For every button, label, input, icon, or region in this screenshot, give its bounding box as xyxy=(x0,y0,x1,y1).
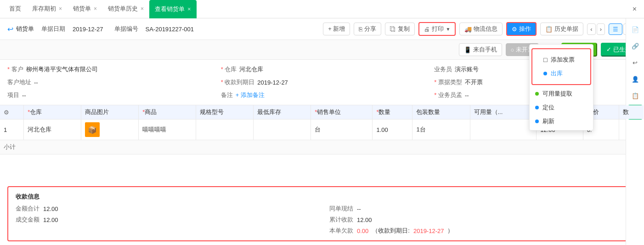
ticket-type-value: 不开票 xyxy=(465,78,483,86)
tab-sales[interactable]: 销货单 × xyxy=(68,0,102,18)
owed-value: 0.00 xyxy=(357,228,368,234)
deal-amount-label: 成交金额 xyxy=(16,216,40,224)
same-order-row: 同单现结 -- xyxy=(329,205,628,213)
doc-header: ↩ 销货单 单据日期 2019-12-27 单据编号 SA-20191227-0… xyxy=(0,18,644,40)
payment-title: 收款信息 xyxy=(16,193,628,201)
deal-amount-value: 12.00 xyxy=(43,217,58,223)
copy-button[interactable]: ⿻ 复制 xyxy=(385,23,415,35)
locate-icon xyxy=(535,106,539,109)
doc-type-label: 销货单 xyxy=(16,25,34,33)
warehouse-value: 河北仓库 xyxy=(239,65,263,74)
doc-title: ↩ 销货单 xyxy=(7,25,34,34)
sidebar-icon-2[interactable]: 🔗 xyxy=(628,39,643,53)
phone-icon: 📱 xyxy=(464,46,471,53)
subtotal-label: 小计 xyxy=(0,140,644,154)
tab-view-sales[interactable]: 查看销货单 × xyxy=(149,0,197,18)
col-spec: 规格型号 xyxy=(196,105,254,120)
due-date-field: 收款到期日 2019-12-27 xyxy=(221,78,424,86)
date-label: 单据日期 xyxy=(41,25,65,33)
ticket-type-label: 票据类型 xyxy=(434,78,462,86)
outbound-dot-icon xyxy=(543,72,547,75)
operation-dropdown: □ 添加发票 出库 可用量提取 定位 刷新 xyxy=(529,44,593,131)
address-value: -- xyxy=(34,79,38,86)
copy-icon: ⿻ xyxy=(390,26,396,33)
doc-actions: + 新增 ⎘ 分享 ⿻ 复制 🖨 打印 ▼ 🚚 物流信息 ⚙ 操作 xyxy=(323,22,637,36)
col-qty: *数量 xyxy=(373,105,412,120)
total-amount-row: 金额合计 12.00 xyxy=(16,205,315,213)
list-view-button[interactable]: ☰ xyxy=(609,23,622,35)
share-button[interactable]: ⎘ 分享 xyxy=(354,23,381,35)
col-settings: ⚙ xyxy=(0,105,24,120)
sidebar-icon-4[interactable]: 👤 xyxy=(628,72,643,86)
share-icon: ⎘ xyxy=(359,26,362,33)
row-qty: 1.00 xyxy=(373,120,412,140)
address-field: 客户地址 -- xyxy=(7,78,210,86)
sidebar-icon-5[interactable]: 📋 xyxy=(628,88,643,103)
project-field: 项目 -- xyxy=(7,91,210,99)
col-pack-qty: 包装数量 xyxy=(412,105,470,120)
available-pickup-icon xyxy=(535,92,539,96)
salesman-label: 业务员孟 xyxy=(434,91,462,99)
tab-sales-history[interactable]: 销货单历史 × xyxy=(102,0,149,18)
owed-row: 本单欠款 0.00 （收款到期日: 2019-12-27 ） xyxy=(329,227,628,235)
from-phone-button[interactable]: 📱 来自手机 xyxy=(459,43,502,56)
sidebar-icon-1[interactable]: 📄 xyxy=(628,22,643,37)
owed-remark-post: ） xyxy=(447,227,453,235)
close-inventory-tab[interactable]: × xyxy=(59,6,62,12)
total-amount-label: 金额合计 xyxy=(16,205,40,213)
col-product: *商品 xyxy=(139,105,196,120)
logistics-button[interactable]: 🚚 物流信息 xyxy=(459,23,503,35)
refresh-item[interactable]: 刷新 xyxy=(530,114,593,128)
dropdown-highlight-group: □ 添加发票 出库 xyxy=(531,48,591,85)
nav-arrows: ‹ › xyxy=(587,23,605,35)
col-image: 商品图片 xyxy=(81,105,139,120)
next-button[interactable]: › xyxy=(597,23,605,35)
close-view-tab[interactable]: × xyxy=(187,6,191,12)
print-button[interactable]: 🖨 打印 ▼ xyxy=(418,22,456,36)
remark-label: 备注 xyxy=(221,91,233,99)
row-available xyxy=(470,120,537,140)
operation-icon: ⚙ xyxy=(512,26,517,33)
history-button[interactable]: 📋 历史单据 xyxy=(540,23,583,35)
row-spec xyxy=(196,120,254,140)
owed-label: 本单欠款 xyxy=(329,227,353,235)
warehouse-label: 仓库 xyxy=(221,65,237,74)
row-unit: 台 xyxy=(311,120,373,140)
cumulative-label: 累计收款 xyxy=(329,216,353,224)
add-remark-button[interactable]: + 添加备注 xyxy=(236,91,265,99)
close-history-tab[interactable]: × xyxy=(141,6,144,12)
col-unit: *销售单位 xyxy=(311,105,373,120)
logistics-icon: 🚚 xyxy=(464,26,472,33)
tab-home[interactable]: 首页 xyxy=(4,0,27,18)
print-dropdown-icon: ▼ xyxy=(446,27,450,32)
locate-item[interactable]: 定位 xyxy=(530,101,593,114)
customer-label: 客户 xyxy=(7,65,23,74)
owed-remark-date: 2019-12-27 xyxy=(413,228,444,234)
customer-field: 客户 柳州粤港平安气体有限公司 xyxy=(7,65,210,74)
close-sales-tab[interactable]: × xyxy=(94,6,97,12)
prev-button[interactable]: ‹ xyxy=(587,23,595,35)
staff-label: 业务员 xyxy=(434,65,452,74)
operation-button[interactable]: ⚙ 操作 xyxy=(506,22,537,36)
new-button[interactable]: + 新增 xyxy=(323,23,350,35)
tab-inventory[interactable]: 库存期初 × xyxy=(27,0,68,18)
available-pickup-item[interactable]: 可用量提取 xyxy=(530,87,593,101)
warehouse-field: 仓库 河北仓库 xyxy=(221,65,424,74)
cumulative-value: 12.00 xyxy=(357,217,372,223)
outbound-item[interactable]: 出库 xyxy=(538,67,585,80)
window-close-button[interactable]: × xyxy=(629,3,640,15)
due-date-value: 2019-12-27 xyxy=(257,79,288,86)
col-available: 可用量（... xyxy=(470,105,537,120)
effect-icon: ✓ xyxy=(606,46,611,53)
salesman-value: -- xyxy=(465,92,469,99)
project-value: -- xyxy=(22,92,26,99)
row-min-stock xyxy=(254,120,311,140)
settings-icon[interactable]: ⚙ xyxy=(4,109,9,116)
add-invoice-item[interactable]: □ 添加发票 xyxy=(538,53,585,67)
sidebar-icon-3[interactable]: ↩ xyxy=(628,55,643,70)
row-warehouse: 河北仓库 xyxy=(24,120,81,140)
same-order-value: -- xyxy=(357,205,361,212)
remark-field: 备注 + 添加备注 xyxy=(221,91,424,99)
payment-left: 金额合计 12.00 成交金额 12.00 xyxy=(16,205,315,235)
cumulative-row: 累计收款 12.00 xyxy=(329,216,628,224)
